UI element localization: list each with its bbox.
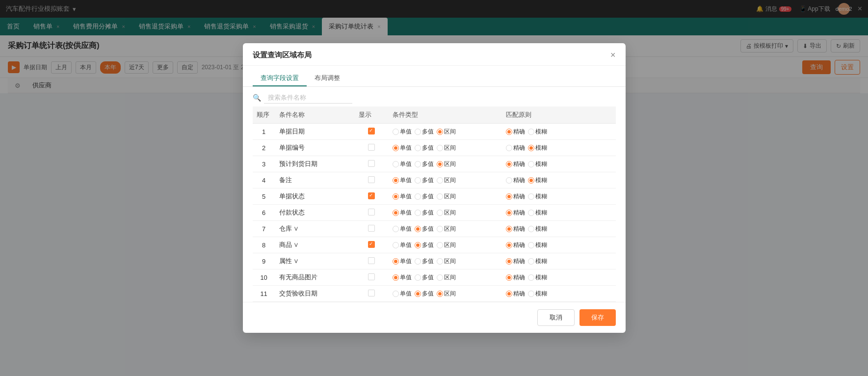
modal-header: 设置查询区域布局 × <box>243 43 626 66</box>
modal-search-area: 🔍 <box>243 87 626 93</box>
modal-tab-query-label: 查询字段设置 <box>261 74 299 81</box>
modal-tab-layout-label: 布局调整 <box>315 74 340 81</box>
modal-overlay: 设置查询区域布局 × 查询字段设置 布局调整 🔍 顺序 条件名称 <box>0 0 868 93</box>
search-input[interactable] <box>264 92 352 93</box>
modal-title: 设置查询区域布局 <box>253 51 312 60</box>
settings-modal: 设置查询区域布局 × 查询字段设置 布局调整 🔍 顺序 条件名称 <box>243 43 626 93</box>
modal-tabs: 查询字段设置 布局调整 <box>243 66 626 87</box>
modal-tab-query-fields[interactable]: 查询字段设置 <box>253 71 307 86</box>
modal-tab-layout[interactable]: 布局调整 <box>307 71 348 86</box>
modal-close-button[interactable]: × <box>610 50 616 60</box>
